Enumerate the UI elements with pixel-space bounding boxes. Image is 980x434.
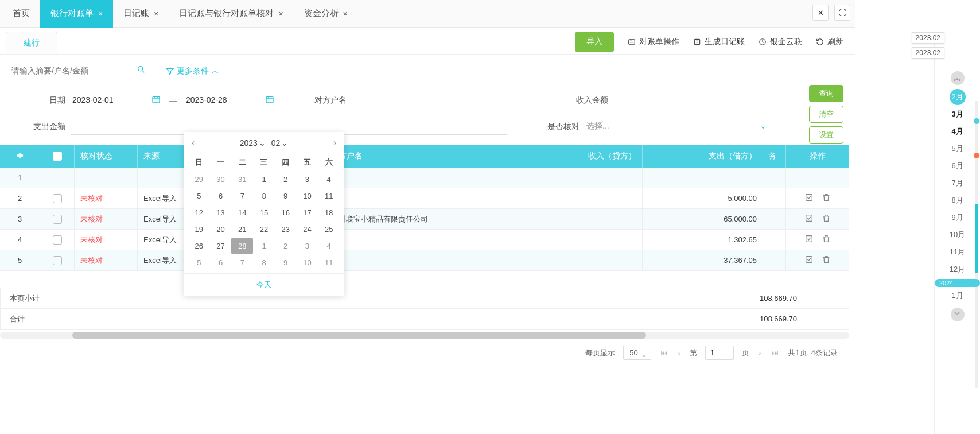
cal-day[interactable]: 29 (188, 171, 210, 188)
col-extra[interactable]: 务 (763, 145, 786, 168)
tab-close-icon[interactable]: × (154, 9, 158, 18)
date-to-input[interactable] (185, 92, 259, 108)
page-input[interactable] (705, 346, 734, 360)
table-row[interactable]: 1 (0, 168, 849, 188)
gen-journal-link[interactable]: 生成日记账 (693, 37, 745, 47)
cal-day[interactable]: 7 (231, 254, 253, 271)
calendar-from-icon[interactable] (151, 95, 161, 106)
cal-day[interactable]: 8 (253, 254, 275, 271)
cal-day[interactable]: 31 (231, 171, 253, 188)
table-row[interactable]: 3未核对Excel导入圳联宝小精品有限责任公司65,000.00 (0, 209, 849, 230)
account-subtab[interactable]: 建行 (6, 32, 57, 54)
page-first-icon[interactable]: ⏮ (659, 348, 669, 357)
cal-day[interactable]: 2 (275, 238, 297, 254)
cal-day[interactable]: 22 (253, 221, 275, 238)
timeline-month[interactable]: 1月 (935, 287, 980, 304)
page-prev-icon[interactable]: ‹ (677, 348, 682, 357)
close-window-button[interactable]: ✕ (812, 5, 829, 21)
cal-day[interactable]: 30 (210, 171, 232, 188)
row-checkbox[interactable] (53, 194, 62, 203)
cal-day[interactable]: 15 (253, 204, 275, 221)
tab-close-icon[interactable]: × (278, 9, 283, 18)
col-op[interactable]: 操作 (786, 145, 849, 168)
cal-day[interactable]: 24 (297, 221, 318, 238)
timeline-month[interactable]: 11月 (935, 243, 980, 261)
perpage-select[interactable]: 50⌄ (623, 346, 651, 360)
cal-today-button[interactable]: 今天 (184, 273, 344, 292)
cal-day[interactable]: 19 (188, 221, 210, 238)
cal-day[interactable]: 6 (210, 254, 232, 271)
calendar-to-icon[interactable] (265, 95, 274, 106)
timeline-month[interactable]: 8月 (935, 192, 980, 209)
col-counterparty[interactable]: 方户名 (333, 145, 522, 168)
cal-day[interactable]: 5 (188, 254, 210, 271)
col-expend[interactable]: 支出（借方） (643, 145, 763, 168)
cal-day[interactable]: 12 (188, 204, 210, 221)
timeline-month[interactable]: 6月 (935, 157, 980, 175)
cal-day[interactable]: 9 (275, 254, 297, 271)
cal-day[interactable]: 1 (253, 171, 275, 188)
search-icon[interactable] (137, 65, 146, 76)
tab-0[interactable]: 首页 (2, 0, 40, 28)
import-button[interactable]: 导入 (575, 32, 614, 52)
cal-day[interactable]: 7 (231, 188, 253, 204)
cal-day[interactable]: 17 (297, 204, 318, 221)
cal-day[interactable]: 28 (231, 238, 253, 254)
timeline-month[interactable]: 2月 (935, 88, 980, 106)
timeline-month[interactable]: 10月 (935, 226, 980, 243)
timeline-month[interactable]: 3月 (935, 106, 980, 123)
cal-day[interactable]: 16 (275, 204, 297, 221)
cal-day[interactable]: 20 (210, 221, 232, 238)
tab-4[interactable]: 资金分析× (294, 0, 358, 28)
cal-day[interactable]: 23 (275, 221, 297, 238)
cal-day[interactable]: 10 (297, 188, 318, 204)
cal-day[interactable]: 25 (318, 221, 340, 238)
cal-day[interactable]: 10 (297, 254, 318, 271)
cal-day[interactable]: 11 (318, 188, 340, 204)
table-row[interactable]: 5未核对Excel导入37,367.05 (0, 250, 849, 271)
page-next-icon[interactable]: › (757, 348, 762, 357)
more-conditions-toggle[interactable]: 更多条件 ︿ (165, 66, 219, 76)
tab-2[interactable]: 日记账× (113, 0, 169, 28)
cal-day[interactable]: 11 (318, 254, 340, 271)
cal-day[interactable]: 9 (275, 188, 297, 204)
timeline-month[interactable]: 12月 (935, 261, 980, 278)
gear-icon[interactable] (15, 151, 25, 162)
cal-next-icon[interactable]: › (333, 138, 336, 148)
timeline-month[interactable]: 4月 (935, 123, 980, 140)
date-from-input[interactable] (71, 92, 146, 108)
trash-icon[interactable] (822, 255, 831, 266)
horizontal-scrollbar[interactable] (0, 332, 849, 339)
timeline-month[interactable]: 5月 (935, 140, 980, 157)
cal-day[interactable]: 3 (297, 171, 318, 188)
row-checkbox[interactable] (53, 235, 62, 245)
tab-close-icon[interactable]: × (98, 9, 103, 18)
page-last-icon[interactable]: ⏭ (770, 348, 780, 357)
cal-day[interactable]: 1 (253, 238, 275, 254)
check-square-icon[interactable] (804, 193, 814, 204)
query-button[interactable]: 查询 (809, 85, 843, 102)
cal-day[interactable]: 26 (188, 238, 210, 254)
recon-ops-link[interactable]: 对账单操作 (628, 37, 679, 47)
timeline-month[interactable]: 9月 (935, 209, 980, 226)
check-square-icon[interactable] (804, 214, 814, 224)
cal-day[interactable]: 13 (210, 204, 232, 221)
trash-icon[interactable] (822, 214, 831, 224)
search-input[interactable] (10, 63, 148, 79)
select-all-checkbox[interactable] (53, 152, 62, 161)
timeline-down-icon[interactable]: ︾ (951, 308, 965, 321)
counterparty-input[interactable] (352, 92, 536, 108)
cal-day[interactable]: 4 (318, 238, 340, 254)
row-checkbox[interactable] (53, 215, 62, 224)
cal-day[interactable]: 4 (318, 171, 340, 188)
tab-1[interactable]: 银行对账单× (40, 0, 113, 28)
bank-cloud-link[interactable]: 银企云联 (759, 37, 802, 47)
cal-month-select[interactable]: 02⌄ (271, 138, 289, 148)
cal-day[interactable]: 2 (275, 171, 297, 188)
table-row[interactable]: 4未核对Excel导入1,302.65 (0, 230, 849, 250)
col-income[interactable]: 收入（贷方） (522, 145, 643, 168)
cal-day[interactable]: 18 (318, 204, 340, 221)
tab-close-icon[interactable]: × (343, 9, 348, 18)
income-input[interactable] (614, 92, 798, 108)
timeline-up-icon[interactable]: ︽ (951, 71, 965, 85)
